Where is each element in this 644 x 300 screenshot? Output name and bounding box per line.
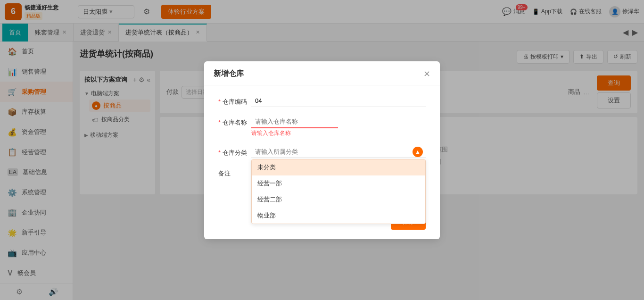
select-up-arrow[interactable]: ▲ (413, 147, 423, 157)
modal-overlay[interactable]: 新增仓库 ✕ * 仓库编码 * 仓库名称 (0, 0, 644, 300)
notes-label: 备注 (218, 167, 251, 178)
category-label-text: 仓库分类 (223, 149, 247, 156)
warehouse-code-input[interactable] (251, 95, 426, 107)
dropdown-item-property[interactable]: 物业部 (252, 208, 425, 224)
name-label-text: 仓库名称 (223, 119, 247, 126)
name-error-msg: 请输入仓库名称 (251, 130, 291, 136)
category-select-wrap: ▲ 未分类 经营一部 经营二部 物业部 (251, 146, 426, 158)
name-label: * 仓库名称 (218, 116, 251, 127)
dialog-title: 新增仓库 (214, 69, 244, 79)
warehouse-name-input[interactable] (251, 116, 338, 128)
form-row-name: * 仓库名称 请输入仓库名称 (218, 116, 426, 137)
dialog-body: * 仓库编码 * 仓库名称 请输入仓库名称 (204, 85, 440, 208)
new-warehouse-dialog: 新增仓库 ✕ * 仓库编码 * 仓库名称 (204, 61, 440, 239)
dropdown-item-dept2[interactable]: 经营二部 (252, 192, 425, 208)
code-label: * 仓库编码 (218, 95, 251, 106)
category-dropdown-list: 未分类 经营一部 经营二部 物业部 (251, 159, 426, 224)
dropdown-item-uncategorized[interactable]: 未分类 (252, 159, 425, 175)
dialog-close-button[interactable]: ✕ (423, 69, 430, 79)
form-row-category: * 仓库分类 ▲ 未分类 经营一部 经营二部 物业部 (218, 146, 426, 158)
category-select-input[interactable] (251, 146, 426, 158)
category-label: * 仓库分类 (218, 146, 251, 157)
form-row-code: * 仓库编码 (218, 95, 426, 107)
dialog-header: 新增仓库 ✕ (204, 61, 440, 85)
code-label-text: 仓库编码 (223, 98, 247, 105)
dropdown-item-dept1[interactable]: 经营一部 (252, 175, 425, 192)
